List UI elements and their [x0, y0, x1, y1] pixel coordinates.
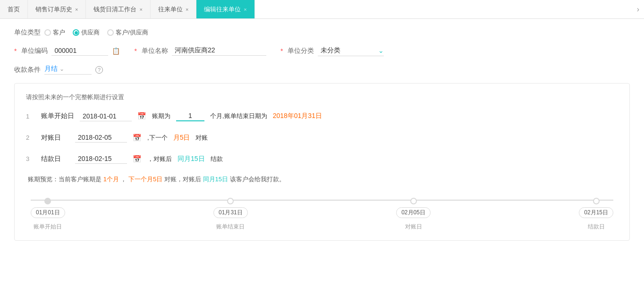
unit-name-group: * 单位名称 — [134, 46, 266, 56]
tab-home-label: 首页 — [8, 5, 20, 14]
period-row-3: 3 结款日 📅 ，对账后 同月15日 结款 — [26, 154, 618, 164]
tab-bar: 首页 销售订单历史 × 钱货日清工作台 × 往来单位 × 编辑往来单位 × › — [0, 0, 644, 19]
timeline-dot-1 — [227, 198, 234, 204]
preview-prefix: 账期预览：当前客户账期是 — [28, 176, 102, 183]
timeline-label-1: 账单结束日 — [216, 223, 245, 231]
timeline-date-1: 01月31日 — [213, 207, 248, 218]
preview-text: 账期预览：当前客户账期是 1个月 ， 下一个月5日 对账，对账后 同月15日 该… — [26, 175, 618, 184]
payment-condition-group: 收款条件 月结 ⌄ ? — [14, 65, 103, 75]
radio-both[interactable]: 客户/供应商 — [107, 28, 148, 37]
period-desc-highlight-2: 月5日 — [173, 134, 190, 142]
unit-name-input[interactable] — [172, 46, 266, 56]
timeline-node-0: 01月01日 账单开始日 — [31, 198, 65, 231]
period-mid-text-1: 账期为 — [152, 112, 170, 120]
preview-sep2: 对账，对账后 — [164, 176, 201, 183]
tab-cashier-close[interactable]: × — [139, 7, 142, 12]
tab-edit-partner-close[interactable]: × — [244, 7, 246, 12]
tab-cashier-label: 钱货日清工作台 — [93, 5, 136, 14]
period-label-2: 对账日 — [41, 134, 69, 142]
period-desc-suffix-3: 结款 — [211, 155, 223, 163]
unit-type-row: 单位类型 客户 供应商 客户/供应商 — [14, 28, 630, 37]
unit-type-label: 单位类型 — [14, 28, 41, 37]
unit-type-group: 单位类型 客户 供应商 客户/供应商 — [14, 28, 148, 37]
unit-code-input[interactable] — [51, 46, 108, 56]
unit-category-group: * 单位分类 未分类 ⌄ — [280, 45, 384, 56]
period-date-input-2[interactable] — [75, 133, 127, 143]
timeline-label-2: 对账日 — [405, 223, 422, 231]
unit-code-label: 单位编码 — [21, 47, 48, 55]
timeline-nodes: 01月01日 账单开始日 01月31日 账单结束日 02月05日 对账日 02月… — [31, 198, 613, 231]
timeline-dot-3 — [593, 198, 600, 204]
tab-cashier[interactable]: 钱货日清工作台 × — [86, 0, 150, 18]
unit-category-arrow-icon: ⌄ — [378, 47, 384, 54]
period-row-2: 2 对账日 📅 ,下一个 月5日 对账 — [26, 133, 618, 143]
tab-home[interactable]: 首页 — [0, 0, 28, 18]
period-value-input-1[interactable] — [176, 111, 204, 121]
timeline-node-2: 02月05日 对账日 — [396, 198, 431, 231]
calendar-icon-3[interactable]: 📅 — [133, 155, 142, 163]
tab-edit-partner[interactable]: 编辑往来单位 × — [196, 0, 254, 18]
preview-sep1: ， — [120, 176, 127, 183]
period-num-2: 2 — [26, 134, 35, 141]
period-desc-prefix-2: ,下一个 — [147, 134, 168, 142]
unit-type-radio-group: 客户 供应商 客户/供应商 — [44, 28, 148, 37]
section-instruction: 请按照未来的一个完整帐期进行设置 — [26, 93, 618, 101]
preview-part2: 下一个月5日 — [128, 176, 162, 183]
radio-customer-label: 客户 — [53, 28, 65, 37]
period-row-1: 1 账单开始日 📅 账期为 个月,账单结束日期为 2018年01月31日 — [26, 111, 618, 121]
period-desc-suffix-2: 对账 — [195, 134, 208, 142]
period-desc-highlight-3: 同月15日 — [178, 155, 205, 163]
unit-category-label: 单位分类 — [288, 47, 314, 55]
unit-category-value: 未分类 — [318, 45, 378, 56]
payment-condition-arrow-icon: ⌄ — [59, 66, 64, 72]
tab-partner[interactable]: 往来单位 × — [151, 0, 196, 18]
unit-name-required: * — [134, 47, 136, 55]
unit-category-select[interactable]: 未分类 ⌄ — [318, 45, 384, 56]
unit-code-group: * 单位编码 📋 — [14, 46, 120, 56]
tab-partner-close[interactable]: × — [186, 7, 188, 12]
period-label-1: 账单开始日 — [41, 112, 74, 120]
unit-name-label: 单位名称 — [142, 47, 168, 55]
period-desc-prefix-3: ，对账后 — [147, 155, 172, 163]
timeline: 01月01日 账单开始日 01月31日 账单结束日 02月05日 对账日 02月… — [26, 193, 618, 231]
unit-info-row: * 单位编码 📋 * 单位名称 * 单位分类 未分类 ⌄ — [14, 45, 630, 56]
timeline-node-3: 02月15日 结款日 — [579, 198, 613, 231]
radio-supplier[interactable]: 供应商 — [73, 28, 100, 37]
copy-icon[interactable]: 📋 — [112, 47, 120, 55]
unit-category-required: * — [280, 47, 283, 55]
period-date-input-3[interactable] — [75, 154, 127, 164]
timeline-date-0: 01月01日 — [31, 207, 65, 218]
main-content: 单位类型 客户 供应商 客户/供应商 * 单位编码 — [0, 19, 644, 287]
radio-supplier-circle — [73, 29, 79, 36]
help-icon[interactable]: ? — [95, 66, 103, 74]
period-unit-text-1: 个月,账单结束日期为 — [210, 112, 267, 120]
period-label-3: 结款日 — [41, 155, 69, 163]
tab-partner-label: 往来单位 — [158, 5, 183, 14]
period-end-date-1: 2018年01月31日 — [273, 112, 322, 120]
radio-supplier-label: 供应商 — [81, 28, 100, 37]
timeline-node-1: 01月31日 账单结束日 — [213, 198, 248, 231]
radio-customer[interactable]: 客户 — [44, 28, 65, 37]
tab-sales-history[interactable]: 销售订单历史 × — [28, 0, 86, 18]
timeline-date-3: 02月15日 — [579, 207, 613, 218]
timeline-label-0: 账单开始日 — [34, 223, 62, 231]
calendar-icon-1[interactable]: 📅 — [137, 112, 146, 120]
payment-condition-dropdown[interactable]: 月结 ⌄ — [44, 65, 92, 75]
calendar-icon-2[interactable]: 📅 — [133, 134, 142, 142]
tab-sales-history-close[interactable]: × — [75, 7, 78, 12]
timeline-dot-2 — [410, 198, 417, 204]
period-date-input-1[interactable] — [80, 111, 132, 121]
radio-both-circle — [107, 29, 114, 36]
tab-sales-history-label: 销售订单历史 — [35, 5, 72, 14]
preview-part1: 1个月 — [103, 176, 119, 183]
radio-customer-circle — [44, 29, 51, 36]
tab-edit-partner-label: 编辑往来单位 — [204, 5, 241, 14]
period-section: 请按照未来的一个完整帐期进行设置 1 账单开始日 📅 账期为 个月,账单结束日期… — [14, 83, 630, 241]
tab-expand-button[interactable]: › — [632, 0, 644, 18]
timeline-dot-0 — [44, 198, 51, 204]
payment-condition-value: 月结 — [44, 65, 58, 73]
unit-code-required: * — [14, 47, 17, 55]
radio-both-label: 客户/供应商 — [116, 28, 148, 37]
preview-part3: 同月15日 — [203, 176, 228, 183]
preview-suffix: 该客户会给我打款。 — [230, 176, 285, 183]
